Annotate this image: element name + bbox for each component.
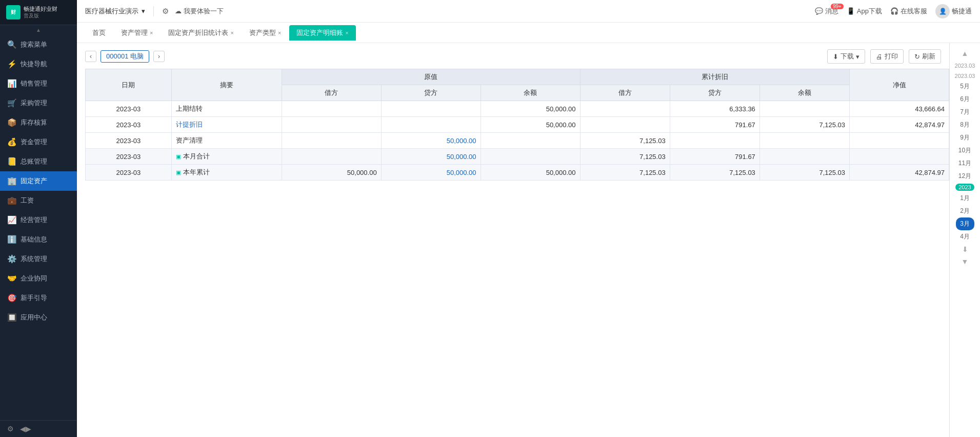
settings-gear-icon[interactable]: ⚙ [162, 7, 169, 16]
row-icon-3: ▣ [176, 153, 181, 160]
timeline-month-12[interactable]: 12月 [950, 170, 980, 183]
sidebar-item-label: 快捷导航 [21, 59, 47, 69]
tab-asset-type[interactable]: 资产类型 × [242, 25, 288, 41]
cell-date-4: 2023-03 [86, 165, 172, 181]
col-original-value-group: 原值 [282, 69, 580, 85]
timeline-month-4[interactable]: 4月 [950, 230, 980, 243]
asset-code: 000001 [106, 52, 128, 60]
tab-asset-mgmt-close[interactable]: × [150, 30, 153, 36]
search-icon: 🔍 [7, 40, 16, 49]
sidebar-item-label: 资金管理 [21, 137, 47, 147]
sidebar-item-label: 新手引导 [21, 293, 47, 303]
tab-asset-type-close[interactable]: × [278, 30, 281, 36]
col-dep-credit: 贷方 [670, 85, 759, 101]
timeline-month-7[interactable]: 7月 [950, 106, 980, 118]
timeline-month-11[interactable]: 11月 [950, 157, 980, 170]
user-area[interactable]: 👤 畅捷通 [935, 4, 972, 18]
corp-collab-icon: 🤝 [7, 274, 16, 283]
timeline-month-5[interactable]: 5月 [950, 80, 980, 93]
timeline-month-6[interactable]: 6月 [950, 93, 980, 106]
tab-asset-detail[interactable]: 固定资产明细账 × [289, 25, 355, 41]
company-selector[interactable]: 医疗器械行业演示 ▾ [85, 7, 145, 16]
timeline-month-8[interactable]: 8月 [950, 118, 980, 131]
asset-name: 电脑 [130, 52, 144, 60]
print-label: 打印 [885, 52, 898, 61]
asset-next-button[interactable]: › [153, 51, 165, 62]
sidebar-item-sys-mgmt[interactable]: ⚙️ 系统管理 [0, 249, 77, 269]
sidebar-item-guide[interactable]: 🎯 新手引导 [0, 288, 77, 308]
row-icon-4: ▣ [176, 169, 181, 175]
sidebar-item-label: 采购管理 [21, 98, 47, 108]
tab-asset-detail-close[interactable]: × [345, 30, 348, 36]
right-timeline: ▲ 2023.03 2023.03 5月 6月 7月 8月 9月 10月 11月… [949, 43, 980, 437]
cell-orig-credit-4[interactable]: 50,000.00 [381, 165, 481, 181]
sidebar-item-corp-collab[interactable]: 🤝 企业协同 [0, 269, 77, 288]
cell-orig-credit-3[interactable]: 50,000.00 [381, 149, 481, 165]
tab-home-label: 首页 [92, 28, 106, 37]
asset-prev-button[interactable]: ‹ [85, 51, 96, 62]
tab-depreciation-stats-close[interactable]: × [230, 30, 233, 36]
tab-depreciation-stats-label: 固定资产折旧统计表 [168, 28, 228, 37]
tab-home[interactable]: 首页 [85, 25, 113, 41]
sidebar-item-inventory[interactable]: 📦 库存核算 [0, 113, 77, 132]
sidebar-item-ops[interactable]: 📈 经营管理 [0, 210, 77, 230]
print-button[interactable]: 🖨 打印 [870, 49, 904, 64]
asset-nav-right: ⬇ 下载 ▾ 🖨 打印 ↻ 刷新 [827, 49, 941, 64]
ops-icon: 📈 [7, 215, 16, 225]
cell-net-value-1: 42,874.97 [850, 117, 949, 133]
online-service-button[interactable]: 🎧 在线客服 [890, 7, 927, 16]
timeline-month-2[interactable]: 2月 [950, 205, 980, 217]
sidebar-item-fixed-assets[interactable]: 🏢 固定资产 [0, 171, 77, 191]
asset-tag: 000001 电脑 [101, 50, 149, 63]
sidebar-item-salary[interactable]: 💼 工资 [0, 191, 77, 210]
timeline-down-icon: ⬇ [960, 243, 970, 255]
cell-summary-3: ▣本月合计 [171, 149, 282, 165]
sidebar-item-label: 应用中心 [21, 313, 47, 322]
cell-dep-credit-0: 6,333.36 [670, 101, 759, 117]
settings-icon[interactable]: ⚙ [7, 425, 14, 433]
experience-button[interactable]: ☁ 我要体验一下 [175, 7, 224, 16]
messages-badge: 99+ [831, 4, 844, 9]
sidebar: 财 畅捷通好业财 普及版 ▲ 🔍 搜索菜单 ⚡ 快捷导航 📊 销售管理 🛒 采购… [0, 0, 77, 437]
sidebar-item-sales[interactable]: 📊 销售管理 [0, 74, 77, 93]
col-dep-balance: 余额 [759, 85, 849, 101]
row-link-1[interactable]: 计提折旧 [176, 121, 203, 128]
guide-icon: 🎯 [7, 293, 16, 303]
cell-dep-balance-3 [759, 149, 849, 165]
app-download-button[interactable]: 📱 App下载 [847, 7, 882, 16]
timeline-year-2: 2023.03 [955, 73, 975, 79]
download-button[interactable]: ⬇ 下载 ▾ [827, 49, 865, 64]
sidebar-item-basic-info[interactable]: ℹ️ 基础信息 [0, 230, 77, 249]
purchase-icon: 🛒 [7, 98, 16, 108]
timeline-month-1[interactable]: 1月 [950, 192, 980, 205]
tab-asset-mgmt[interactable]: 资产管理 × [114, 25, 160, 41]
table-wrapper: 日期 摘要 原值 累计折旧 净值 借方 贷方 余额 借方 贷方 余额 [77, 69, 949, 437]
sidebar-item-finance[interactable]: 💰 资金管理 [0, 132, 77, 152]
messages-icon: 💬 [815, 7, 823, 15]
messages-button[interactable]: 💬 消息 99+ [815, 7, 838, 16]
refresh-button[interactable]: ↻ 刷新 [909, 49, 941, 64]
collapse-icon[interactable]: ◀▶ [20, 425, 31, 433]
timeline-next-button[interactable]: ▼ [959, 255, 971, 268]
sidebar-item-search[interactable]: 🔍 搜索菜单 [0, 35, 77, 54]
cell-orig-credit-2[interactable]: 50,000.00 [381, 133, 481, 149]
sidebar-header: 财 畅捷通好业财 普及版 [0, 0, 77, 25]
download-icon: ⬇ [833, 53, 838, 61]
tabbar: 首页 资产管理 × 固定资产折旧统计表 × 资产类型 × 固定资产明细账 × [77, 23, 980, 43]
sidebar-item-quick-nav[interactable]: ⚡ 快捷导航 [0, 54, 77, 74]
timeline-month-3-active[interactable]: 3月 [956, 217, 974, 230]
tab-depreciation-stats[interactable]: 固定资产折旧统计表 × [161, 25, 241, 41]
cell-summary-1[interactable]: 计提折旧 [171, 117, 282, 133]
sidebar-item-ledger[interactable]: 📒 总账管理 [0, 152, 77, 171]
timeline-prev-button[interactable]: ▲ [959, 47, 971, 59]
sidebar-item-purchase[interactable]: 🛒 采购管理 [0, 93, 77, 113]
cell-dep-debit-2: 7,125.03 [580, 133, 670, 149]
cell-date-1: 2023-03 [86, 117, 172, 133]
quicknav-icon: ⚡ [7, 59, 16, 69]
timeline-month-9[interactable]: 9月 [950, 131, 980, 144]
sidebar-scroll-up[interactable]: ▲ [0, 25, 77, 35]
cell-net-value-2 [850, 133, 949, 149]
timeline-month-10[interactable]: 10月 [950, 144, 980, 157]
sidebar-item-app-center[interactable]: 🔲 应用中心 [0, 308, 77, 327]
cell-date-0: 2023-03 [86, 101, 172, 117]
